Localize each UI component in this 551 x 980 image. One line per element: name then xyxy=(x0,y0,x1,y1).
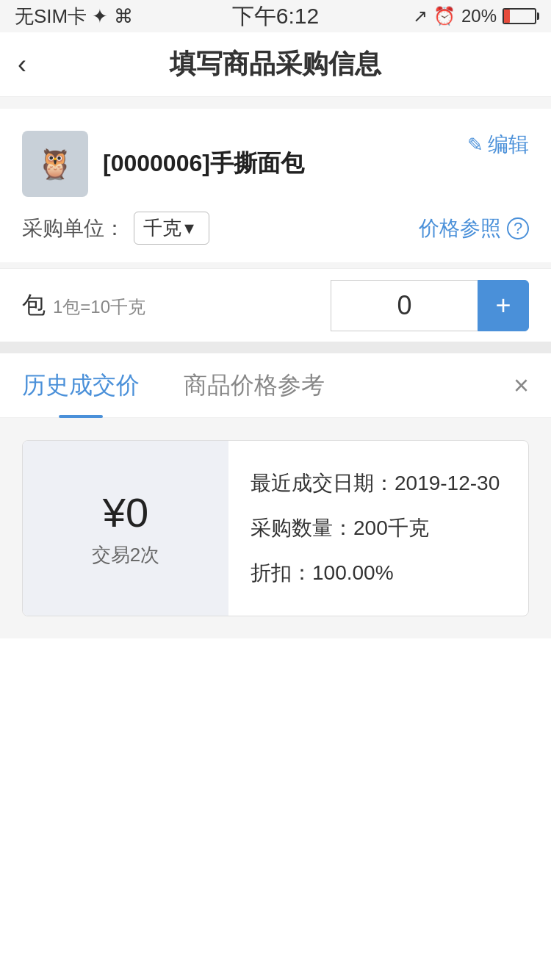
page-title: 填写商品采购信息 xyxy=(170,46,381,82)
status-time: 下午6:12 xyxy=(232,1,319,32)
history-details-panel: 最近成交日期：2019-12-30 采购数量：200千克 折扣：100.00% xyxy=(228,441,528,616)
history-purchase-qty: 采购数量：200千克 xyxy=(251,512,506,545)
unit-prefix-label: 采购单位： xyxy=(22,215,125,242)
tab-history-price[interactable]: 历史成交价 xyxy=(22,353,140,418)
battery-icon xyxy=(503,8,536,24)
qty-unit-label: 包 xyxy=(22,289,46,322)
qty-controls: 0 + xyxy=(331,280,529,331)
product-top-row: 🦉 [0000006]手撕面包 ✎ 编辑 xyxy=(22,131,529,197)
discount-value: 100.00% xyxy=(312,561,394,584)
section-separator xyxy=(0,342,551,353)
history-transaction-count: 交易2次 xyxy=(92,542,159,568)
product-title: 手撕面包 xyxy=(210,150,304,176)
price-reference-link[interactable]: 价格参照 ? xyxy=(419,215,529,242)
edit-button[interactable]: ✎ 编辑 xyxy=(467,131,529,159)
latest-date-label: 最近成交日期： xyxy=(251,472,395,494)
sim-label: 无SIM卡 ✦ xyxy=(15,4,108,29)
tab-product-reference[interactable]: 商品价格参考 xyxy=(184,353,325,418)
qty-sub-label: 1包=10千克 xyxy=(53,295,145,319)
wifi-icon: ⌘ xyxy=(114,5,133,28)
unit-select[interactable]: 千克 ▾ xyxy=(134,212,209,245)
tab-history-label: 历史成交价 xyxy=(22,370,140,402)
product-left: 🦉 [0000006]手撕面包 xyxy=(22,131,304,197)
product-name-block: [0000006]手撕面包 xyxy=(103,148,304,180)
history-content: ¥0 交易2次 最近成交日期：2019-12-30 采购数量：200千克 折扣：… xyxy=(0,418,551,638)
latest-date-value: 2019-12-30 xyxy=(395,472,500,494)
price-ref-label: 价格参照 xyxy=(419,215,501,242)
tabs-container: 历史成交价 商品价格参考 xyxy=(22,353,325,418)
quantity-section: 包 1包=10千克 0 + xyxy=(0,268,551,342)
discount-label: 折扣： xyxy=(251,561,312,584)
history-latest-date: 最近成交日期：2019-12-30 xyxy=(251,467,506,500)
tabs-section: 历史成交价 商品价格参考 × xyxy=(0,353,551,418)
product-thumbnail: 🦉 xyxy=(22,131,88,197)
quantity-value: 0 xyxy=(397,290,411,321)
alarm-icon: ⏰ xyxy=(433,6,455,26)
back-button[interactable]: ‹ xyxy=(18,49,26,80)
price-ref-help-icon: ? xyxy=(507,217,529,239)
battery-percent: 20% xyxy=(461,6,497,26)
product-thumb-icon: 🦉 xyxy=(37,147,73,181)
purchase-qty-label: 采购数量： xyxy=(251,516,353,539)
help-symbol: ? xyxy=(514,219,522,238)
history-price-panel: ¥0 交易2次 xyxy=(23,441,228,616)
product-bottom-row: 采购单位： 千克 ▾ 价格参照 ? xyxy=(22,212,529,245)
quantity-input[interactable]: 0 xyxy=(331,280,478,331)
product-name: [0000006]手撕面包 xyxy=(103,150,304,176)
history-discount: 折扣：100.00% xyxy=(251,557,506,590)
quantity-plus-button[interactable]: + xyxy=(478,280,529,331)
history-card: ¥0 交易2次 最近成交日期：2019-12-30 采购数量：200千克 折扣：… xyxy=(22,440,529,616)
edit-label: 编辑 xyxy=(488,131,529,159)
tab-active-indicator xyxy=(59,415,103,418)
status-bar: 无SIM卡 ✦ ⌘ 下午6:12 ↗ ⏰ 20% xyxy=(0,0,551,32)
purchase-qty-value: 200千克 xyxy=(353,516,429,539)
history-price-value: ¥0 xyxy=(103,489,148,536)
product-card: 🦉 [0000006]手撕面包 ✎ 编辑 采购单位： 千克 ▾ 价格参照 ? xyxy=(0,109,551,262)
header: ‹ 填写商品采购信息 xyxy=(0,32,551,97)
unit-dropdown-icon: ▾ xyxy=(184,217,194,239)
qty-label: 包 1包=10千克 xyxy=(22,289,145,322)
bottom-area xyxy=(0,638,551,980)
edit-icon: ✎ xyxy=(467,134,483,156)
close-button[interactable]: × xyxy=(514,370,529,401)
status-right: ↗ ⏰ 20% xyxy=(413,6,536,26)
unit-row: 采购单位： 千克 ▾ xyxy=(22,212,209,245)
status-left: 无SIM卡 ✦ ⌘ xyxy=(15,4,133,29)
product-id: [0000006] xyxy=(103,150,210,176)
unit-select-value: 千克 xyxy=(143,215,181,241)
location-icon: ↗ xyxy=(413,6,428,26)
tab-reference-label: 商品价格参考 xyxy=(184,370,325,402)
